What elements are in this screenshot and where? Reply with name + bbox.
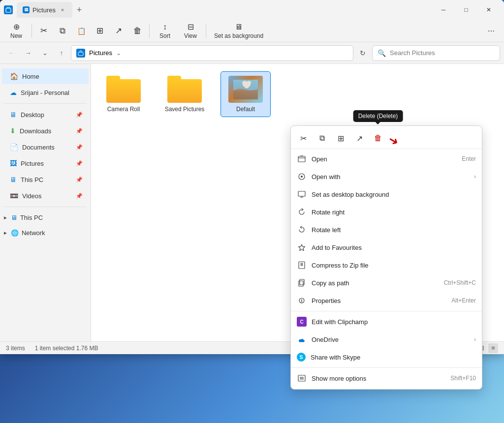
paste-button[interactable]: 📋 [72,22,90,40]
ctx-zip-icon [297,260,307,270]
refresh-button[interactable]: ↻ [355,46,370,60]
ctx-rotate-left[interactable]: Rotate left [291,221,482,239]
ctx-rotate-right-label: Rotate right [312,209,476,216]
back-button[interactable]: ← [4,46,19,60]
ctx-properties-label: Properties [312,297,446,304]
ctx-share-btn[interactable]: ↗ [351,130,368,147]
ctx-onedrive[interactable]: OneDrive › [291,331,482,348]
sidebar-item-downloads[interactable]: ⬇ Downloads 📌 [2,123,89,139]
search-input[interactable] [390,49,495,57]
ctx-show-more[interactable]: Show more options Shift+F10 [291,369,482,387]
sidebar-item-videos[interactable]: 📼 Videos 📌 [2,188,89,204]
sidebar: 🏠 Home ☁ Srijani - Personal 🖥 Desktop 📌 … [0,64,91,341]
sort-icon: ↕ [163,23,167,31]
ctx-divider-2 [291,367,482,368]
ctx-cut-btn[interactable]: ✂ [295,130,312,147]
svg-rect-0 [6,8,11,12]
cut-button[interactable]: ✂ [35,22,53,40]
title-bar: 🖼 Pictures × + ─ □ ✕ [0,0,504,20]
file-item-saved-pictures[interactable]: Saved Pictures [160,72,209,117]
more-icon: ··· [488,26,495,36]
recent-button[interactable]: ⌄ [37,46,52,60]
desktop-pin-icon: 📌 [76,112,83,118]
file-item-default[interactable]: Default [221,72,270,117]
copy-icon: ⧉ [60,26,65,36]
ctx-clipchamp-icon: C [297,317,307,327]
ctx-onedrive-label: OneDrive [312,336,469,343]
svg-rect-10 [301,263,303,264]
sidebar-item-pictures[interactable]: 🖼 Pictures 📌 [2,155,89,171]
address-location: Pictures [89,49,112,57]
address-box[interactable]: Pictures ⌄ [71,45,353,61]
ctx-desktop-bg-icon [297,189,307,199]
ctx-rename-btn[interactable]: ⊞ [332,130,349,147]
maximize-btn[interactable]: □ [455,2,477,18]
sidebar-expand-thispc[interactable]: ► 🖥 This PC [0,210,91,225]
documents-icon: 📄 [10,143,18,151]
ctx-copy-path[interactable]: Copy as path Ctrl+Shift+C [291,274,482,292]
ctx-open[interactable]: Open Enter [291,150,482,168]
tab-pictures[interactable]: 🖼 Pictures × [17,2,72,18]
paste-icon: 📋 [77,27,86,35]
pictures-pin-icon: 📌 [76,160,83,167]
network-icon: 🌐 [11,229,19,237]
sidebar-item-thispc[interactable]: 🖥 This PC 📌 [2,172,89,187]
ctx-properties[interactable]: Properties Alt+Enter [291,292,482,309]
view-label: View [184,32,197,39]
view-button[interactable]: ⊟ View [178,20,203,41]
sidebar-item-desktop[interactable]: 🖥 Desktop 📌 [2,107,89,122]
rename-button[interactable]: ⊞ [91,22,109,40]
ctx-copy-btn[interactable]: ⧉ [314,130,330,147]
toolbar-divider-3 [206,24,206,38]
minimize-btn[interactable]: ─ [432,2,455,18]
search-box[interactable]: 🔍 [372,45,500,61]
share-icon: ↗ [115,26,122,36]
set-background-button[interactable]: 🖥 Set as background [209,21,268,41]
ctx-clipchamp-label: Edit with Clipchamp [312,318,476,326]
sidebar-expand-network[interactable]: ► 🌐 Network [0,225,91,240]
sidebar-item-personal[interactable]: ☁ Srijani - Personal [2,85,89,100]
sort-button[interactable]: ↕ Sort [153,21,177,41]
ctx-desktop-bg-label: Set as desktop background [312,191,476,198]
ctx-add-favourites[interactable]: Add to Favourites [291,239,482,256]
ctx-delete-btn[interactable]: 🗑 Delete (Delete) [370,130,386,147]
close-btn[interactable]: ✕ [477,2,500,18]
ctx-open-with[interactable]: Open with › [291,168,482,185]
new-button[interactable]: ⊕ New [4,20,29,41]
file-item-camera-roll[interactable]: Camera Roll [99,72,148,117]
forward-button[interactable]: → [21,46,35,60]
tab-close-btn[interactable]: × [59,6,66,14]
svg-marker-8 [299,244,305,250]
cloud-icon: ☁ [10,89,17,96]
ctx-rotate-left-icon [297,225,307,235]
ctx-compress-zip[interactable]: Compress to Zip file [291,256,482,274]
ctx-clipchamp[interactable]: C Edit with Clipchamp [291,313,482,331]
ctx-show-more-label: Show more options [312,375,445,382]
new-tab-btn[interactable]: + [72,3,86,17]
sidebar-item-home[interactable]: 🏠 Home [2,68,89,84]
toolbar: ⊕ New ✂ ⧉ 📋 ⊞ ↗ 🗑 ↕ Sort ⊟ View [0,20,504,42]
ctx-set-desktop-bg[interactable]: Set as desktop background [291,185,482,203]
svg-rect-1 [78,52,83,56]
ctx-properties-shortcut: Alt+Enter [451,297,476,304]
share-button[interactable]: ↗ [110,22,127,40]
address-bar-row: ← → ⌄ ↑ Pictures ⌄ ↻ 🔍 [0,42,504,64]
copy-button[interactable]: ⧉ [54,22,71,40]
address-chevron[interactable]: ⌄ [116,50,121,57]
svg-rect-13 [299,281,303,286]
sidebar-item-documents[interactable]: 📄 Documents 📌 [2,139,89,155]
more-button[interactable]: ··· [482,22,500,40]
sidebar-pictures-label: Pictures [21,160,44,167]
view-list-btn[interactable]: ≡ [488,343,498,353]
up-button[interactable]: ↑ [54,46,69,60]
app-icon [4,5,13,14]
ctx-skype[interactable]: S Share with Skype [291,348,482,366]
ctx-rotate-right[interactable]: Rotate right [291,203,482,221]
ctx-copy-path-icon [297,278,307,288]
ctx-skype-icon: S [297,353,306,362]
ctx-rotate-left-label: Rotate left [312,226,476,234]
new-icon: ⊕ [13,22,20,31]
sort-label: Sort [159,32,170,39]
videos-icon: 📼 [10,192,18,200]
delete-button[interactable]: 🗑 [128,22,146,40]
